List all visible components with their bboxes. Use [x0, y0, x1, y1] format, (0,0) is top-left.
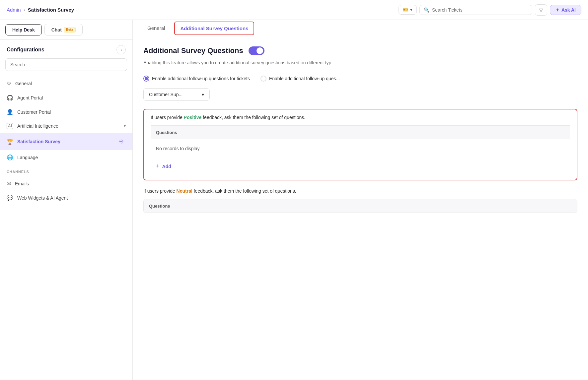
positive-word: Positive: [184, 115, 202, 120]
sidebar-item-general[interactable]: ⚙ General: [0, 76, 132, 91]
sidebar-item-ai[interactable]: AI Artificial Intelligence ▾: [0, 119, 132, 133]
sidebar-item-label: Language: [17, 155, 126, 160]
search-icon: 🔍: [424, 7, 429, 13]
questions-table-header: Questions: [151, 126, 570, 139]
chat-icon: 💬: [7, 195, 13, 201]
positive-prefix: If users provide: [151, 115, 184, 120]
radio-circle-other: [260, 76, 266, 82]
positive-questions-table: Questions No records to display + Add: [151, 125, 570, 174]
positive-feedback-text: If users provide Positive feedback, ask …: [151, 115, 305, 120]
filter-icon: ▽: [539, 7, 543, 13]
tab-chat[interactable]: Chat Beta: [44, 24, 83, 35]
sidebar-item-label: Web Widgets & AI Agent: [17, 195, 126, 201]
ask-ai-label: Ask AI: [561, 7, 576, 13]
sidebar-item-satisfaction-survey[interactable]: 🏆 Satisfaction Survey: [0, 133, 132, 150]
add-icon: +: [156, 163, 160, 170]
ticket-dropdown-arrow: ▾: [410, 7, 412, 12]
neutral-suffix: feedback, ask them the following set of …: [192, 188, 296, 194]
breadcrumb-separator: ›: [24, 7, 25, 13]
header-search-box: 🔍: [419, 5, 532, 15]
breadcrumb-admin-link[interactable]: Admin: [7, 7, 21, 13]
radio-option-tickets[interactable]: Enable additional follow-up questions fo…: [143, 76, 250, 82]
filter-button[interactable]: ▽: [535, 4, 547, 16]
sidebar: Help Desk Chat Beta Configurations ‹ ⚙ G…: [0, 20, 133, 380]
tab-helpdesk[interactable]: Help Desk: [5, 24, 42, 35]
toggle-slider: [249, 46, 264, 55]
chevron-down-icon: ▾: [124, 124, 126, 128]
neutral-feedback-text: If users provide Neutral feedback, ask t…: [143, 188, 577, 194]
radio-options-row: Enable additional follow-up questions fo…: [143, 76, 577, 82]
beta-badge: Beta: [64, 27, 76, 32]
sidebar-item-extra: [116, 137, 126, 146]
sidebar-config-header: Configurations ‹: [0, 40, 132, 58]
sidebar-item-label: Agent Portal: [17, 95, 126, 100]
ask-ai-icon: ✦: [555, 7, 559, 13]
page-title: Additional Survey Questions: [143, 46, 243, 55]
content-area: General Additional Survey Questions Addi…: [133, 20, 588, 380]
content-title-row: Additional Survey Questions: [143, 46, 577, 55]
sidebar-item-customer-portal[interactable]: 👤 Customer Portal: [0, 105, 132, 119]
extra-action-icon[interactable]: [116, 137, 126, 146]
gear-icon: ⚙: [7, 80, 11, 87]
tab-additional-survey[interactable]: Additional Survey Questions: [174, 22, 254, 35]
ask-ai-button[interactable]: ✦ Ask AI: [550, 5, 581, 15]
sidebar-item-web-widgets[interactable]: 💬 Web Widgets & AI Agent: [0, 191, 132, 205]
user-icon: 👤: [7, 109, 13, 115]
sidebar-item-label: General: [15, 81, 126, 86]
neutral-word: Neutral: [177, 188, 192, 194]
header-search-area: 🎫 ▾ 🔍 ▽ ✦ Ask AI: [399, 4, 581, 16]
neutral-questions-table: Questions: [143, 199, 577, 213]
breadcrumb-current-page: Satisfaction Survey: [28, 7, 74, 13]
neutral-questions-header: Questions: [144, 199, 577, 213]
ticket-type-selector[interactable]: 🎫 ▾: [399, 5, 417, 15]
radio-label-other: Enable additional follow-up ques...: [269, 76, 340, 81]
radio-inner: [145, 77, 148, 80]
positive-feedback-section: If users provide Positive feedback, ask …: [143, 109, 577, 180]
neutral-feedback-section: If users provide Neutral feedback, ask t…: [143, 188, 577, 213]
search-input[interactable]: [432, 7, 528, 13]
app-header: Admin › Satisfaction Survey 🎫 ▾ 🔍 ▽ ✦ As…: [0, 0, 588, 20]
sidebar-search-box: [5, 58, 127, 71]
sidebar-item-emails[interactable]: ✉ Emails: [0, 176, 132, 191]
radio-circle-tickets: [143, 76, 149, 82]
sidebar-item-label: Satisfaction Survey: [17, 139, 112, 144]
breadcrumb: Admin › Satisfaction Survey: [7, 7, 74, 13]
svg-point-0: [120, 141, 122, 142]
neutral-questions-column-header: Questions: [149, 204, 170, 209]
feature-toggle[interactable]: [249, 46, 264, 55]
collapse-button[interactable]: ‹: [116, 45, 126, 54]
ai-icon: AI: [7, 123, 13, 129]
headset-icon: 🎧: [7, 95, 13, 101]
content-body: Additional Survey Questions Enabling thi…: [133, 37, 588, 222]
main-layout: Help Desk Chat Beta Configurations ‹ ⚙ G…: [0, 20, 588, 380]
neutral-prefix: If users provide: [143, 188, 177, 194]
tab-chat-label: Chat: [51, 27, 62, 32]
sidebar-tabs: Help Desk Chat Beta: [0, 20, 132, 40]
survey-icon: 🏆: [7, 139, 13, 145]
sidebar-nav: ⚙ General 🎧 Agent Portal 👤 Customer Port…: [0, 76, 132, 380]
channels-section-label: CHANNELS: [0, 164, 132, 176]
questions-column-header: Questions: [156, 130, 177, 135]
email-icon: ✉: [7, 180, 11, 187]
sidebar-search-input[interactable]: [5, 58, 127, 71]
radio-label-tickets: Enable additional follow-up questions fo…: [152, 76, 250, 81]
category-dropdown[interactable]: Customer Sup... ▾: [143, 88, 210, 101]
sidebar-item-agent-portal[interactable]: 🎧 Agent Portal: [0, 91, 132, 105]
dropdown-value: Customer Sup...: [149, 92, 183, 97]
sidebar-item-label: Emails: [15, 181, 126, 186]
add-question-button[interactable]: + Add: [151, 158, 570, 174]
ticket-icon: 🎫: [403, 7, 408, 12]
sidebar-item-label: Artificial Intelligence: [17, 123, 120, 129]
tab-general[interactable]: General: [141, 20, 172, 37]
positive-suffix: feedback, ask them the following set of …: [201, 115, 305, 120]
radio-option-other[interactable]: Enable additional follow-up ques...: [260, 76, 340, 82]
sidebar-item-language[interactable]: 🌐 Language: [0, 150, 132, 164]
no-records-message: No records to display: [151, 139, 570, 158]
content-tabs: General Additional Survey Questions: [133, 20, 588, 37]
sidebar-item-label: Customer Portal: [17, 109, 126, 115]
feature-description: Enabling this feature allows you to crea…: [143, 59, 577, 66]
chevron-down-icon: ▾: [202, 92, 204, 97]
configurations-title: Configurations: [7, 47, 44, 53]
globe-icon: 🌐: [7, 154, 13, 160]
add-label: Add: [162, 164, 171, 169]
